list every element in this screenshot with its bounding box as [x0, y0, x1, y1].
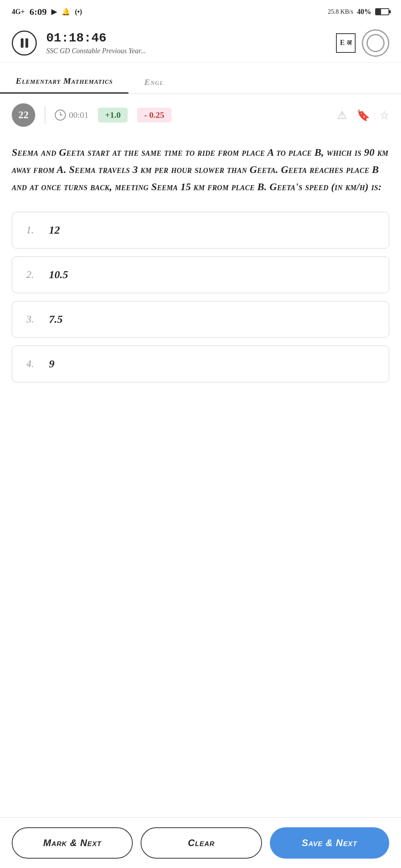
settings-circle-icon[interactable]	[362, 29, 389, 57]
clock-icon	[55, 110, 66, 121]
option-3-value: 7.5	[49, 313, 63, 326]
pause-icon	[21, 38, 28, 48]
meta-divider	[45, 106, 45, 124]
save-next-button[interactable]: Save & Next	[270, 827, 389, 859]
media-bar: 01:18:46 SSC GD Constable Previous Year.…	[0, 23, 401, 63]
timer-value: 00:01	[69, 110, 89, 120]
negative-mark: - 0.25	[137, 108, 171, 122]
audio-icon: (•)	[75, 8, 82, 16]
media-title: SSC GD Constable Previous Year...	[46, 47, 327, 55]
option-2-number: 2.	[26, 269, 38, 281]
tabs-bar: Elementary Mathematics Engl	[0, 63, 401, 94]
media-timer: 01:18:46	[46, 31, 327, 45]
battery-icon	[375, 8, 389, 15]
network-speed: 25.8 KB/s	[328, 8, 353, 15]
meta-action-icons: ⚠ 🔖 ☆	[337, 109, 389, 122]
battery-percent: 40%	[357, 8, 371, 16]
question-number: 22	[12, 103, 35, 127]
bookmark-icon[interactable]: 🔖	[356, 109, 370, 122]
bottom-action-bar: Mark & Next Clear Save & Next	[0, 817, 401, 868]
pause-button[interactable]	[12, 31, 37, 56]
option-1[interactable]: 1. 12	[12, 212, 389, 249]
language-badge[interactable]: E अ	[336, 33, 356, 53]
question-timer: 00:01	[55, 110, 89, 121]
option-3[interactable]: 3. 7.5	[12, 301, 389, 338]
status-left: 4G+ 6:09 ▶ 🔔 (•)	[12, 7, 82, 17]
main-content: 22 00:01 +1.0 - 0.25 ⚠ 🔖 ☆ Seema and Gee…	[0, 94, 401, 441]
question-meta-row: 22 00:01 +1.0 - 0.25 ⚠ 🔖 ☆	[0, 94, 401, 136]
option-4-value: 9	[49, 358, 54, 370]
positive-mark: +1.0	[98, 108, 128, 122]
option-4[interactable]: 4. 9	[12, 346, 389, 382]
tab-mathematics[interactable]: Elementary Mathematics	[0, 76, 128, 94]
tab-english[interactable]: Engl	[128, 77, 179, 94]
option-1-number: 1.	[26, 224, 38, 236]
option-1-value: 12	[49, 224, 60, 236]
question-text: Seema and Geeta start at the same time t…	[0, 136, 401, 208]
media-icons-right: E अ	[336, 29, 389, 57]
signal-indicator: 4G+	[12, 8, 25, 16]
options-container: 1. 12 2. 10.5 3. 7.5 4. 9	[0, 208, 401, 386]
notification-icon: 🔔	[61, 7, 70, 16]
option-2[interactable]: 2. 10.5	[12, 256, 389, 293]
option-4-number: 4.	[26, 358, 38, 370]
mark-next-button[interactable]: Mark & Next	[12, 827, 133, 859]
media-info: 01:18:46 SSC GD Constable Previous Year.…	[46, 31, 327, 55]
status-right: 25.8 KB/s 40%	[328, 8, 389, 16]
warning-icon[interactable]: ⚠	[337, 109, 347, 122]
option-3-number: 3.	[26, 313, 38, 325]
status-bar: 4G+ 6:09 ▶ 🔔 (•) 25.8 KB/s 40%	[0, 0, 401, 23]
play-indicator: ▶	[51, 7, 57, 16]
option-2-value: 10.5	[49, 268, 68, 281]
clear-button[interactable]: Clear	[141, 827, 262, 859]
time-display: 6:09	[29, 7, 47, 17]
star-icon[interactable]: ☆	[379, 109, 389, 122]
